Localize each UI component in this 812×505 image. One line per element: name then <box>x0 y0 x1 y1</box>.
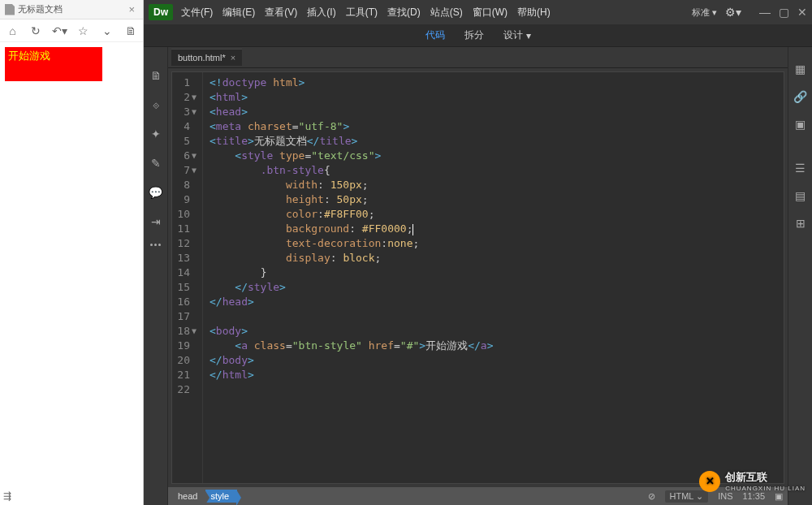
close-icon[interactable]: × <box>125 3 138 15</box>
panel-icon[interactable]: ▦ <box>793 62 808 76</box>
workspace-switcher[interactable]: 标准 ▾ <box>692 6 717 19</box>
watermark-text: 创新互联 <box>725 471 767 483</box>
breadcrumb: head style <box>173 490 237 503</box>
status-bar: head style ⊘ HTML ⌄ INS 11:35 ▣ <box>168 487 788 505</box>
brush-icon[interactable]: ✎ <box>149 156 163 170</box>
menu-site[interactable]: 站点(S) <box>430 6 463 19</box>
menu-insert[interactable]: 插入(I) <box>307 6 335 19</box>
undo-icon[interactable]: ↶▾ <box>54 24 67 37</box>
reload-icon[interactable]: ↻ <box>30 24 42 37</box>
code-editor[interactable]: 1 2▼3▼4 5 6▼7▼8 9 10 11 12 13 14 15 16 1… <box>171 71 784 484</box>
code-content[interactable]: <!doctype html><html><head><meta charset… <box>203 72 784 483</box>
manage-icon[interactable]: ⟐ <box>149 97 163 112</box>
browser-toolbar: ⌂ ↻ ↶▾ ☆ ⌄ 🗎 <box>0 19 143 42</box>
menu-view[interactable]: 查看(V) <box>265 6 297 19</box>
file-tab[interactable]: button.html* × <box>171 49 242 66</box>
chevron-down-icon[interactable]: ⌄ <box>101 24 113 37</box>
chevron-down-icon: ▾ <box>526 30 531 41</box>
window-controls: — ▢ ✕ <box>759 6 807 19</box>
expand-icon[interactable]: ⇶ <box>3 490 11 502</box>
close-icon[interactable]: ✕ <box>797 6 807 19</box>
right-toolbar: ▦ 🔗 ▣ ☰ ▤ ⊞ <box>788 47 812 505</box>
watermark-subtext: CHUANGXIN HU LIAN <box>725 485 806 492</box>
view-code-button[interactable]: 代码 <box>425 28 445 42</box>
preview-tab-title: 无标题文档 <box>18 3 125 15</box>
comment-icon[interactable]: 💬 <box>149 185 163 200</box>
menu-help[interactable]: 帮助(H) <box>517 6 551 19</box>
snippets-icon[interactable]: ⊞ <box>793 216 808 231</box>
error-indicator[interactable]: ⊘ <box>648 491 655 502</box>
minimize-icon[interactable]: — <box>759 6 771 19</box>
preview-content: 开始游戏 <box>0 42 143 505</box>
app-logo: Dw <box>149 4 173 20</box>
cursor-position: 11:35 <box>742 491 765 501</box>
watermark: ✕ 创新互联 CHUANGXIN HU LIAN <box>699 470 806 492</box>
document-icon[interactable]: 🗎 <box>124 24 136 37</box>
menu-window[interactable]: 窗口(W) <box>473 6 508 19</box>
menu-bar: Dw 文件(F) 编辑(E) 查看(V) 插入(I) 工具(T) 查找(D) 站… <box>144 0 812 24</box>
link-icon[interactable]: 🔗 <box>793 89 808 104</box>
file-icon[interactable]: 🗎 <box>149 68 163 83</box>
menu-edit[interactable]: 编辑(E) <box>222 6 255 19</box>
dreamweaver-panel: Dw 文件(F) 编辑(E) 查看(V) 插入(I) 工具(T) 查找(D) 站… <box>144 0 812 505</box>
browser-preview-panel: 无标题文档 × ⌂ ↻ ↶▾ ☆ ⌄ 🗎 开始游戏 <box>0 0 144 505</box>
menu-file[interactable]: 文件(F) <box>181 6 213 19</box>
line-gutter: 1 2▼3▼4 5 6▼7▼8 9 10 11 12 13 14 15 16 1… <box>172 72 203 483</box>
menu-find[interactable]: 查找(D) <box>387 6 421 19</box>
maximize-icon[interactable]: ▢ <box>779 6 789 19</box>
breadcrumb-style[interactable]: style <box>205 490 237 503</box>
wand-icon[interactable]: ✦ <box>149 127 163 141</box>
breadcrumb-head[interactable]: head <box>173 490 205 503</box>
overflow-icon[interactable]: ▣ <box>775 491 783 502</box>
home-icon[interactable]: ⌂ <box>6 24 19 37</box>
preview-tab-bar: 无标题文档 × <box>0 0 143 19</box>
view-split-button[interactable]: 拆分 <box>464 28 484 42</box>
collapse-icon[interactable]: ⇥ <box>149 214 163 229</box>
close-icon[interactable]: × <box>231 53 235 63</box>
file-tab-bar: button.html* × <box>168 47 788 68</box>
more-icon[interactable] <box>150 244 161 246</box>
menu-tools[interactable]: 工具(T) <box>346 6 378 19</box>
insert-mode: INS <box>718 491 732 501</box>
view-design-button[interactable]: 设计 ▾ <box>503 28 531 42</box>
layers-icon[interactable]: ▣ <box>793 117 808 132</box>
sample-button[interactable]: 开始游戏 <box>5 47 102 81</box>
assets-icon[interactable]: ☰ <box>793 161 808 175</box>
menu-items: 文件(F) 编辑(E) 查看(V) 插入(I) 工具(T) 查找(D) 站点(S… <box>181 6 551 19</box>
left-toolbar: 🗎 ⟐ ✦ ✎ 💬 ⇥ <box>144 47 168 505</box>
watermark-logo-icon: ✕ <box>699 471 720 492</box>
document-icon <box>5 4 15 15</box>
view-switcher: 代码 拆分 设计 ▾ <box>144 24 812 47</box>
file-tab-name: button.html* <box>178 53 226 63</box>
library-icon[interactable]: ▤ <box>793 188 808 203</box>
gear-icon[interactable]: ⚙▾ <box>725 6 741 19</box>
star-icon[interactable]: ☆ <box>78 24 90 37</box>
